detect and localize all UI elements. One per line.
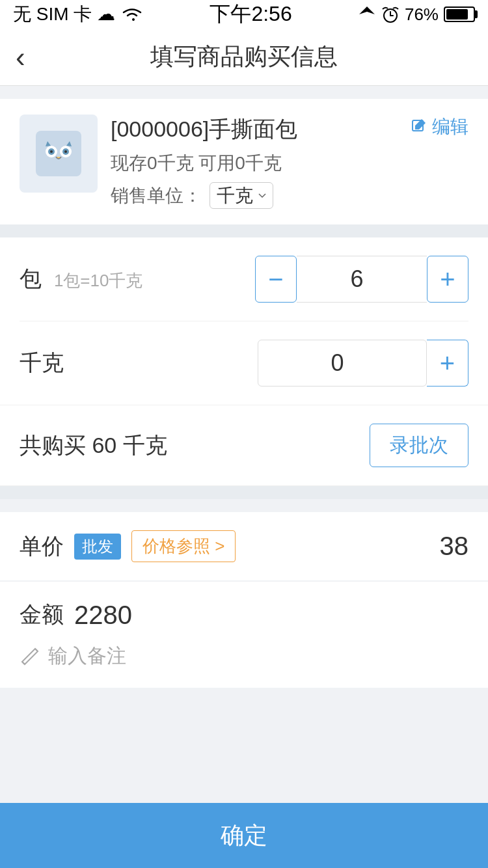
separator-1 [0,224,488,237]
wifi-icon [120,5,144,23]
bao-increment-button[interactable]: + [427,256,468,303]
qianke-label: 千克 [20,350,64,375]
unit-label: 销售单位： [111,183,202,208]
price-section: 单价 批发 价格参照 > 38 [0,512,488,580]
edit-button[interactable]: 编辑 [410,115,468,139]
product-card: [0000006]手撕面包 现存0千克 可用0千克 销售单位： 千克 包 编辑 [0,99,488,224]
remark-row[interactable]: 输入备注 [20,643,468,670]
price-tag: 批发 [74,534,121,560]
price-row: 单价 批发 价格参照 > 38 [20,530,468,562]
qianke-quantity-input[interactable] [258,340,427,387]
qianke-label-group: 千克 [20,348,64,378]
battery-percent: 76% [405,5,439,25]
total-row: 共购买 60 千克 录批次 [0,405,488,486]
status-left: 无 SIM 卡 ☁ [13,2,144,27]
product-logo [36,131,81,176]
bao-label-group: 包 1包=10千克 [20,264,142,294]
separator-2 [0,486,488,499]
bao-quantity-control: − + [255,256,468,303]
sim-label: 无 SIM 卡 ☁ [13,2,115,27]
price-value: 38 [440,532,469,561]
status-time: 下午2:56 [210,0,291,29]
location-icon [358,5,376,23]
back-button[interactable]: ‹ [16,41,25,74]
remark-label: 输入备注 [48,643,126,670]
bao-row: 包 1包=10千克 − + [20,237,468,321]
bottom-space [0,688,488,766]
confirm-button[interactable]: 确定 [0,803,488,868]
product-unit-row: 销售单位： 千克 包 [111,182,468,209]
amount-section: 金额 2280 输入备注 [0,582,488,688]
bao-hint: 1包=10千克 [54,271,143,290]
battery-icon [444,7,475,22]
amount-label: 金额 [20,600,64,630]
bao-quantity-input[interactable] [297,256,427,303]
batch-button[interactable]: 录批次 [370,424,468,467]
total-text: 共购买 60 千克 [20,431,167,461]
qianke-increment-button[interactable]: + [427,340,468,387]
bao-label: 包 [20,266,42,291]
qianke-quantity-control: + [258,340,468,387]
price-ref-button[interactable]: 价格参照 > [131,530,236,562]
input-section: 包 1包=10千克 − + 千克 + [0,237,488,405]
amount-row: 金额 2280 [20,600,468,630]
svg-point-7 [64,150,67,153]
status-bar: 无 SIM 卡 ☁ 下午2:56 76% [0,0,488,29]
nav-bar: ‹ 填写商品购买信息 [0,29,488,86]
amount-value: 2280 [74,601,132,630]
page-title: 填写商品购买信息 [150,41,338,73]
edit-label: 编辑 [432,115,468,139]
svg-rect-1 [36,131,81,176]
price-label: 单价 [20,532,64,562]
product-stock: 现存0千克 可用0千克 [111,151,468,176]
unit-select[interactable]: 千克 包 [210,182,273,209]
edit-icon [410,118,428,136]
product-image [20,115,98,193]
pencil-icon [20,646,40,667]
bao-decrement-button[interactable]: − [255,256,297,303]
alarm-icon [381,5,400,23]
status-right: 76% [358,5,475,25]
qianke-row: 千克 + [20,321,468,405]
svg-point-6 [50,150,53,153]
